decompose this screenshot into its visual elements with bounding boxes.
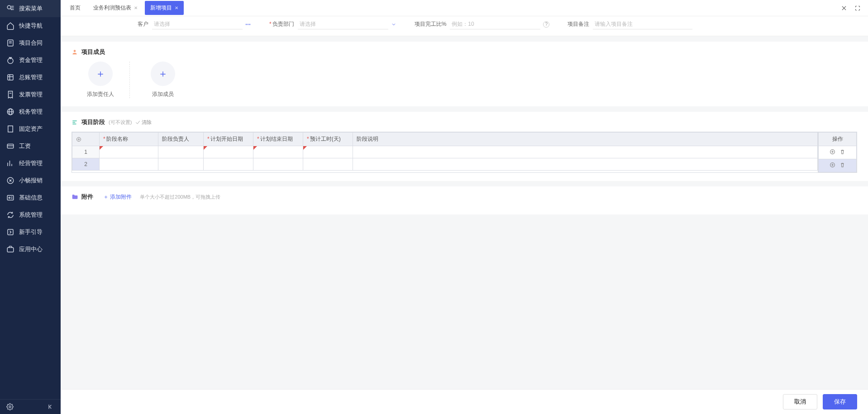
tabs-bar: 首页 业务利润预估表 ✕ 新增项目 ✕	[61, 0, 868, 16]
content-scroll[interactable]: 客户 ⋯ *负责部门 项目完工比%	[61, 16, 868, 414]
input-customer[interactable]	[152, 19, 243, 29]
sidebar-item-baseinfo[interactable]: 基础信息	[0, 189, 61, 206]
attach-hint: 单个大小不超过200MB，可拖拽上传	[140, 194, 220, 200]
th-gear[interactable]	[72, 133, 100, 146]
chevron-down-icon[interactable]	[391, 22, 396, 27]
add-row-icon[interactable]	[830, 149, 835, 155]
guide-icon	[6, 228, 14, 236]
section-attach: 附件 ＋ 添加附件 单个大小不超过200MB，可拖拽上传	[61, 186, 868, 214]
main: 首页 业务利润预估表 ✕ 新增项目 ✕	[61, 0, 868, 414]
building-icon	[6, 125, 14, 133]
add-member-slot: ＋ 添加成员	[135, 62, 191, 98]
section-title: 附件	[81, 193, 93, 201]
svg-rect-16	[8, 126, 13, 132]
tabs-right	[839, 3, 864, 13]
more-icon[interactable]: ⋯	[245, 21, 251, 28]
svg-point-36	[74, 50, 76, 52]
sidebar-item-apps[interactable]: 应用中心	[0, 241, 61, 258]
add-owner-label: 添加责任人	[87, 90, 114, 98]
cell-desc[interactable]	[353, 146, 818, 158]
tab-new-project[interactable]: 新增项目 ✕	[145, 1, 184, 15]
folder-icon	[72, 194, 78, 200]
sidebar-item-search[interactable]: 搜索菜单	[0, 0, 61, 17]
field-department: *负责部门	[269, 19, 396, 29]
table-row: 1	[72, 146, 818, 158]
cancel-button[interactable]: 取消	[783, 394, 817, 409]
close-icon[interactable]: ✕	[134, 5, 138, 10]
op-cell	[819, 146, 857, 159]
sidebar-item-salary[interactable]: 工资	[0, 138, 61, 155]
svg-rect-37	[72, 120, 76, 121]
svg-rect-39	[72, 124, 76, 124]
close-icon[interactable]: ✕	[175, 5, 178, 10]
input-completion[interactable]	[450, 19, 540, 29]
clear-link[interactable]: 清除	[135, 119, 152, 126]
cell-hours[interactable]	[303, 158, 353, 171]
sidebar-item-ledger[interactable]: 总账管理	[0, 69, 61, 86]
sidebar-label: 基础信息	[19, 194, 43, 202]
cell-name[interactable]	[100, 158, 158, 171]
cell-end[interactable]	[253, 158, 303, 171]
tab-label: 新增项目	[150, 4, 172, 12]
svg-rect-30	[8, 229, 13, 235]
sidebar-item-business[interactable]: 经营管理	[0, 155, 61, 172]
cell-start[interactable]	[204, 158, 253, 171]
sidebar-item-reimburse[interactable]: 小畅报销	[0, 172, 61, 189]
search-list-icon	[6, 5, 14, 13]
footer: 取消 保存	[61, 389, 868, 414]
th-op: 操作	[819, 133, 857, 146]
settings-icon[interactable]	[6, 403, 14, 410]
sidebar-item-funds[interactable]: 资金管理	[0, 52, 61, 69]
delete-row-icon[interactable]	[839, 149, 845, 155]
cell-end[interactable]	[253, 146, 303, 158]
phase-icon	[72, 119, 78, 125]
cell-hours[interactable]	[303, 146, 353, 158]
svg-point-0	[7, 5, 11, 9]
phase-table-main: 阶段名称 阶段负责人 计划开始日期 计划结束日期 预计工时(天) 阶段说明	[72, 132, 818, 171]
section-header-phase: 项目阶段 (可不设置) 清除	[72, 118, 857, 126]
tab-profit-estimate[interactable]: 业务利润预估表 ✕	[88, 1, 143, 15]
sidebar-item-invoice[interactable]: 发票管理	[0, 86, 61, 103]
sidebar-item-assets[interactable]: 固定资产	[0, 120, 61, 138]
input-department[interactable]	[298, 19, 388, 29]
add-member-label: 添加成员	[152, 90, 174, 98]
sidebar-item-quicknav[interactable]: 快捷导航	[0, 17, 61, 34]
delete-row-icon[interactable]	[839, 162, 845, 168]
add-row-icon[interactable]	[830, 162, 835, 168]
field-remark: 项目备注	[568, 19, 692, 29]
th-end: 计划结束日期	[253, 133, 303, 146]
help-icon[interactable]: ?	[543, 21, 549, 28]
svg-point-27	[9, 197, 10, 199]
sidebar-item-tax[interactable]: 税务管理	[0, 103, 61, 120]
th-hours: 预计工时(天)	[303, 133, 353, 146]
cell-owner[interactable]	[158, 146, 204, 158]
reimburse-icon	[6, 176, 14, 185]
input-remark[interactable]	[593, 19, 692, 29]
th-desc: 阶段说明	[353, 133, 818, 146]
add-member-button[interactable]: ＋	[151, 62, 175, 86]
apps-icon	[6, 245, 14, 253]
fullscreen-icon[interactable]	[853, 3, 863, 13]
collapse-icon[interactable]	[47, 403, 54, 410]
close-panel-icon[interactable]	[839, 3, 849, 13]
sidebar-item-system[interactable]: 系统管理	[0, 206, 61, 224]
user-icon	[72, 49, 78, 55]
cell-owner[interactable]	[158, 158, 204, 171]
cell-start[interactable]	[204, 146, 253, 158]
cell-desc[interactable]	[353, 158, 818, 171]
tab-home[interactable]: 首页	[64, 1, 86, 15]
section-header-members: 项目成员	[72, 48, 857, 56]
add-attachment-link[interactable]: ＋ 添加附件	[103, 193, 132, 201]
sidebar-item-guide[interactable]: 新手引导	[0, 224, 61, 241]
save-button[interactable]: 保存	[823, 394, 857, 409]
section-title: 项目成员	[81, 48, 105, 56]
sidebar-item-contract[interactable]: 项目合同	[0, 34, 61, 52]
home-icon	[6, 22, 14, 30]
cell-name[interactable]	[100, 146, 158, 158]
card-icon	[6, 142, 14, 150]
label-department: *负责部门	[269, 20, 294, 28]
add-owner-button[interactable]: ＋	[88, 62, 113, 86]
section-sub: (可不设置)	[109, 119, 132, 126]
form-row: 客户 ⋯ *负责部门 项目完工比%	[61, 16, 868, 36]
section-members: 项目成员 ＋ 添加责任人 ＋ 添加成员	[61, 42, 868, 106]
